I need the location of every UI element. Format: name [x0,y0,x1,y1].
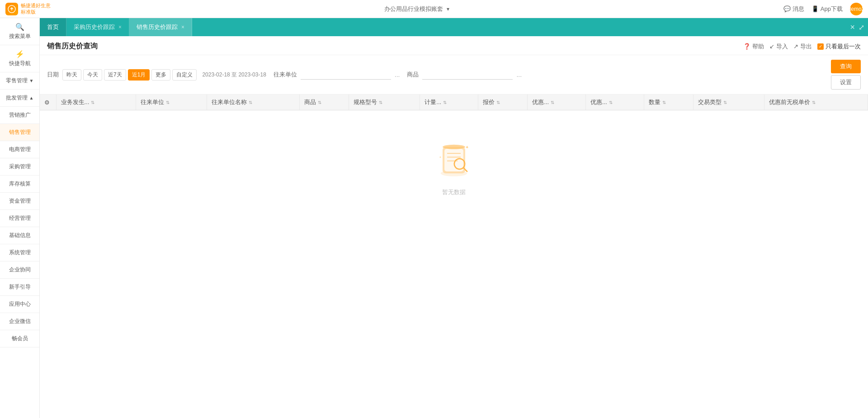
sidebar-item-basic-info[interactable]: 基础信息 [0,227,39,244]
col-gear[interactable]: ⚙ [40,95,56,110]
date-btn-today[interactable]: 今天 [83,69,102,81]
import-icon: ↙ [769,43,774,50]
col-quote[interactable]: 报价 ⇅ [478,95,528,110]
sidebar-item-marketing[interactable]: 营销推广 [0,107,39,124]
sort-icon-discount2: ⇅ [609,100,613,105]
sort-icon-spec: ⇅ [379,100,382,105]
system-dropdown-btn[interactable]: ▾ [447,6,449,12]
top-header: 畅捷通好生意 标准版 办公用品行业模拟账套 ▾ 💬 消息 📱 App下载 dem… [0,0,868,18]
empty-icon: ✦ ✦ [431,138,476,183]
col-discount1[interactable]: 优惠... ⇅ [528,95,586,110]
goods-input[interactable] [422,70,513,80]
col-partner-name[interactable]: 往来单位名称 ⇅ [207,95,300,110]
date-btn-yesterday[interactable]: 昨天 [62,69,81,81]
date-btn-last7days[interactable]: 近7天 [104,69,126,81]
svg-rect-3 [444,149,463,171]
system-name: 办公用品行业模拟账套 [384,5,443,13]
sidebar-item-enterprise[interactable]: 企业协同 [0,261,39,279]
partner-dots-btn[interactable]: ... [395,71,400,78]
sidebar-item-wholesale[interactable]: 批发管理 ▲ [0,90,39,107]
help-icon: ❓ [743,43,750,50]
shortcuts-icon: ⚡ [15,50,24,58]
date-btn-more[interactable]: 更多 [151,69,170,81]
tab-sales-history[interactable]: 销售历史价跟踪 × [129,18,192,36]
export-icon: ↗ [793,43,798,50]
logo-area: 畅捷通好生意 标准版 [5,3,51,15]
sidebar-item-wechat[interactable]: 企业微信 [0,313,39,330]
date-btn-last1month[interactable]: 近1月 [128,69,150,81]
col-pretax-price[interactable]: 优惠前无税单价 ⇅ [764,95,868,110]
empty-text: 暂无数据 [442,188,466,196]
svg-text:✦: ✦ [465,145,469,150]
header-left: 畅捷通好生意 标准版 [5,3,51,15]
export-btn[interactable]: ↗ 导出 [793,43,812,51]
sidebar: 🔍 搜索菜单 ⚡ 快捷导航 零售管理 ▼ 批发管理 ▲ 营销推广 销售管理 电商… [0,18,40,418]
app-download-btn[interactable]: 📱 App下载 [811,5,843,13]
tab-home[interactable]: 首页 [40,18,66,36]
svg-text:✦: ✦ [439,156,442,159]
tab-bar: 首页 采购历史价跟踪 × 销售历史价跟踪 × × ⤢ [40,18,868,36]
table-header: ⚙ 业务发生... ⇅ 往来单位 [40,95,868,110]
date-btn-custom[interactable]: 自定义 [172,69,197,81]
import-btn[interactable]: ↙ 导入 [769,43,788,51]
sort-icon-biz-date: ⇅ [91,100,94,105]
sidebar-item-retail[interactable]: 零售管理 ▼ [0,72,39,90]
sidebar-item-purchase[interactable]: 采购管理 [0,158,39,176]
sort-icon-goods: ⇅ [318,100,321,105]
avatar[interactable]: demo2 [850,3,863,15]
sidebar-item-member[interactable]: 畅会员 [0,330,39,347]
last-only-checkbox[interactable]: ✓ [817,43,824,50]
sort-icon-discount1: ⇅ [551,100,554,105]
col-spec[interactable]: 规格型号 ⇅ [349,95,420,110]
goods-dots-btn[interactable]: ... [516,71,522,78]
table-container: ⚙ 业务发生... ⇅ 往来单位 [40,95,868,418]
sidebar-item-inventory[interactable]: 库存核算 [0,176,39,193]
date-buttons: 昨天 今天 近7天 近1月 更多 自定义 [62,69,197,81]
settings-btn[interactable]: 设置 [831,75,861,90]
empty-state: ✦ ✦ 暂无数据 [40,110,868,223]
sidebar-item-finance[interactable]: 资金管理 [0,193,39,210]
download-icon: 📱 [811,5,819,12]
tab-purchase-history[interactable]: 采购历史价跟踪 × [66,18,129,36]
sidebar-item-guide[interactable]: 新手引导 [0,279,39,296]
sort-icon-trade-type: ⇅ [723,100,727,105]
page-container: 销售历史价查询 ❓ 帮助 ↙ 导入 ↗ 导出 ✓ [40,36,868,418]
search-menu-icon: 🔍 [15,23,24,31]
page-actions: ❓ 帮助 ↙ 导入 ↗ 导出 ✓ 只看最后一次 [743,43,861,51]
tab-purchase-history-close[interactable]: × [118,24,122,30]
last-only-checkbox-area[interactable]: ✓ 只看最后一次 [817,43,861,51]
message-icon: 💬 [783,5,791,12]
sort-icon-unit: ⇅ [443,100,447,105]
window-expand-btn[interactable]: ⤢ [859,23,864,32]
col-unit[interactable]: 计量... ⇅ [420,95,478,110]
partner-input[interactable] [301,70,391,80]
message-btn[interactable]: 💬 消息 [783,5,804,13]
sidebar-item-shortcuts[interactable]: ⚡ 快捷导航 [0,45,39,72]
filter-right-buttons: 查询 设置 [831,60,861,90]
svg-point-8 [456,161,463,167]
col-trade-type[interactable]: 交易类型 ⇅ [693,95,764,110]
sidebar-item-sales-mgmt[interactable]: 销售管理 [0,124,39,141]
col-goods[interactable]: 商品 ⇅ [300,95,349,110]
sort-icon-partner-code: ⇅ [166,100,170,105]
tab-sales-history-close[interactable]: × [181,24,184,30]
date-filter-label: 日期 [47,71,59,79]
partner-filter-group: 往来单位 ... [274,70,400,80]
window-close-btn[interactable]: × [850,23,855,32]
help-btn[interactable]: ❓ 帮助 [743,43,764,51]
gear-icon: ⚙ [44,99,50,106]
sidebar-item-search-menu[interactable]: 🔍 搜索菜单 [0,18,39,45]
table-header-row: ⚙ 业务发生... ⇅ 往来单位 [40,95,868,110]
col-biz-date[interactable]: 业务发生... ⇅ [56,95,136,110]
sidebar-item-system[interactable]: 系统管理 [0,244,39,261]
sidebar-item-operations[interactable]: 经营管理 [0,210,39,227]
col-partner-code[interactable]: 往来单位 ⇅ [136,95,207,110]
partner-label: 往来单位 [274,71,297,79]
col-quantity[interactable]: 数量 ⇅ [644,95,693,110]
sort-icon-pretax-price: ⇅ [812,100,816,105]
col-discount2[interactable]: 优惠... ⇅ [586,95,644,110]
query-btn[interactable]: 查询 [831,60,861,73]
page-header: 销售历史价查询 ❓ 帮助 ↙ 导入 ↗ 导出 ✓ [40,36,868,55]
sidebar-item-apps[interactable]: 应用中心 [0,296,39,313]
sidebar-item-ecommerce[interactable]: 电商管理 [0,141,39,158]
